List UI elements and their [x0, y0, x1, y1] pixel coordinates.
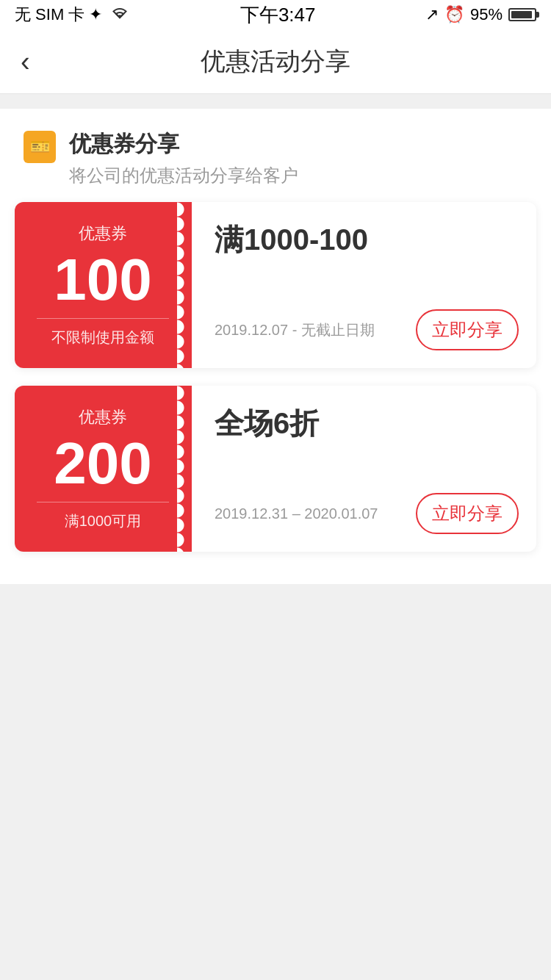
sim-label: 无 SIM 卡 ✦ [15, 4, 102, 26]
battery-icon [508, 8, 536, 21]
coupon-list: 优惠券 100 不限制使用金额 满1000-100 2019.12.07 - 无… [0, 202, 551, 584]
coupon-item: 优惠券 100 不限制使用金额 满1000-100 2019.12.07 - 无… [15, 202, 536, 368]
bottom-space [0, 584, 551, 980]
coupon-condition-2: 满1000可用 [65, 511, 142, 531]
alarm-icon: ⏰ [444, 5, 464, 24]
status-left: 无 SIM 卡 ✦ [15, 4, 130, 26]
coupon-divider-1 [37, 318, 169, 319]
section-text: 优惠券分享 将公司的优惠活动分享给客户 [69, 129, 298, 187]
section-divider [0, 94, 551, 109]
coupon-label-2: 优惠券 [79, 406, 127, 428]
coupon-icon: 🎫 [24, 131, 56, 163]
coupon-name-2: 全场6折 [215, 403, 519, 444]
coupon-bottom-2: 2019.12.31 – 2020.01.07 立即分享 [215, 493, 519, 534]
status-time: 下午3:47 [240, 2, 316, 28]
coupon-date-2: 2019.12.31 – 2020.01.07 [215, 505, 404, 522]
section-header: 🎫 优惠券分享 将公司的优惠活动分享给客户 [0, 109, 551, 202]
coupon-name-1: 满1000-100 [215, 220, 519, 260]
section-icon: 🎫 [22, 129, 57, 165]
coupon-amount-2: 200 [54, 434, 151, 493]
share-button-1[interactable]: 立即分享 [416, 309, 519, 350]
coupon-date-1: 2019.12.07 - 无截止日期 [215, 320, 404, 340]
page-title: 优惠活动分享 [201, 45, 350, 79]
location-icon: ↗ [425, 5, 439, 24]
coupon-right-1: 满1000-100 2019.12.07 - 无截止日期 立即分享 [191, 202, 536, 368]
nav-bar: ‹ 优惠活动分享 [0, 29, 551, 94]
back-button[interactable]: ‹ [21, 48, 30, 76]
coupon-left-2: 优惠券 200 满1000可用 [15, 386, 191, 552]
status-right: ↗ ⏰ 95% [425, 5, 536, 24]
section-heading: 优惠券分享 [69, 129, 298, 159]
coupon-condition-1: 不限制使用金额 [51, 328, 154, 347]
coupon-label-1: 优惠券 [79, 223, 127, 245]
section-subtext: 将公司的优惠活动分享给客户 [69, 164, 298, 187]
coupon-divider-2 [37, 502, 169, 502]
battery-percent: 95% [470, 5, 503, 24]
wifi-icon [109, 4, 130, 25]
coupon-amount-1: 100 [54, 251, 151, 309]
coupon-bottom-1: 2019.12.07 - 无截止日期 立即分享 [215, 309, 519, 350]
coupon-left-1: 优惠券 100 不限制使用金额 [15, 202, 191, 368]
status-bar: 无 SIM 卡 ✦ 下午3:47 ↗ ⏰ 95% [0, 0, 551, 29]
coupon-item-2: 优惠券 200 满1000可用 全场6折 2019.12.31 – 2020.0… [15, 386, 536, 552]
coupon-right-2: 全场6折 2019.12.31 – 2020.01.07 立即分享 [191, 386, 536, 552]
share-button-2[interactable]: 立即分享 [416, 493, 519, 534]
